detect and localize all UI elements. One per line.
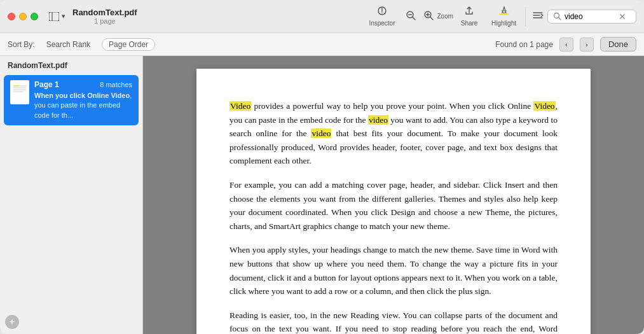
chevron-down-icon: ▾ (62, 12, 65, 20)
search-icon (553, 12, 561, 20)
sidebar-matches-count: 8 matches (100, 81, 132, 88)
zoom-out-icon (406, 10, 416, 23)
sort-order-button[interactable]: Page Order (102, 38, 155, 51)
sidebar-item-page1[interactable]: Page 1 8 matches When you click Online V… (4, 75, 139, 125)
share-label: Share (461, 20, 478, 27)
file-title-group: RandomText.pdf 1 page (72, 8, 137, 25)
sidebar: RandomText.pdf Page 1 8 matche (0, 56, 143, 334)
svg-rect-0 (49, 12, 59, 21)
highlight-video-1: Video (230, 101, 251, 111)
add-button[interactable]: + (5, 315, 19, 329)
more-button[interactable] (528, 8, 547, 24)
highlight-label: Highlight (491, 20, 516, 27)
pdf-viewer[interactable]: Video provides a powerful way to help yo… (143, 56, 644, 334)
sidebar-toggle-button[interactable]: ▾ (46, 10, 69, 23)
highlight-button[interactable]: Highlight (485, 3, 523, 29)
svg-point-4 (381, 12, 383, 13)
prev-result-button[interactable]: ‹ (559, 38, 573, 52)
search-bar: ✕ (547, 10, 636, 24)
app-window: ▾ RandomText.pdf 1 page Inspector (0, 0, 644, 334)
search-results-row: Sort By: Search Rank Page Order Found on… (0, 33, 644, 56)
pdf-page: Video provides a powerful way to help yo… (196, 69, 591, 334)
inspector-label: Inspector (369, 20, 395, 27)
title-bar: ▾ RandomText.pdf 1 page Inspector (0, 0, 644, 33)
search-input[interactable] (565, 12, 615, 21)
paragraph-4: Reading is easier, too, in the new Readi… (230, 309, 558, 334)
highlight-icon (498, 6, 510, 18)
done-button[interactable]: Done (600, 37, 636, 52)
more-icon (532, 11, 544, 20)
toolbar-divider (525, 7, 526, 26)
share-button[interactable]: Share (453, 3, 485, 29)
sidebar-page-label: Page 1 (34, 80, 59, 89)
next-result-button[interactable]: › (580, 38, 594, 52)
search-clear-button[interactable]: ✕ (619, 12, 626, 21)
share-icon (464, 6, 474, 18)
inspector-button[interactable]: Inspector (362, 3, 401, 29)
inspector-icon (376, 6, 388, 18)
svg-line-17 (559, 18, 561, 20)
pdf-text-content: Video provides a powerful way to help yo… (230, 99, 558, 334)
zoom-label: Zoom (437, 13, 454, 20)
sort-by-label: Sort By: (8, 40, 35, 49)
sidebar-add-area: + (0, 310, 142, 334)
filename-label: RandomText.pdf (72, 8, 137, 17)
paragraph-2: For example, you can add a matching cove… (230, 178, 558, 233)
maximize-button[interactable] (31, 13, 38, 20)
svg-line-6 (413, 17, 415, 20)
sidebar-item-top: Page 1 8 matches (34, 80, 132, 89)
sidebar-toggle-icon (49, 12, 59, 21)
zoom-group: Zoom (402, 8, 454, 25)
minimize-button[interactable] (19, 13, 27, 20)
highlight-video-4: video (311, 129, 331, 138)
found-label: Found on 1 page (495, 40, 553, 49)
zoom-in-button[interactable] (420, 8, 437, 25)
close-button[interactable] (8, 13, 15, 20)
sidebar-item-content: Page 1 8 matches When you click Online V… (34, 80, 132, 120)
main-area: RandomText.pdf Page 1 8 matche (0, 56, 644, 334)
paragraph-3: When you apply styles, your headings cha… (230, 243, 558, 298)
highlight-video-3: video (368, 115, 388, 125)
page-count-label: 1 page (94, 17, 116, 25)
svg-line-9 (430, 17, 433, 20)
traffic-lights (8, 13, 38, 20)
highlight-video-2: Video (533, 101, 555, 111)
page-thumbnail (10, 80, 29, 104)
svg-rect-23 (13, 85, 18, 87)
paragraph-1: Video provides a powerful way to help yo… (230, 99, 558, 168)
sort-rank-button[interactable]: Search Rank (41, 39, 95, 50)
sidebar-snippet: When you click Online Video, you can pas… (34, 91, 132, 120)
snippet-bold-text: When you click Online Video (34, 92, 130, 99)
sidebar-header: RandomText.pdf (0, 56, 142, 73)
zoom-in-icon (423, 10, 434, 23)
zoom-out-button[interactable] (402, 8, 420, 25)
